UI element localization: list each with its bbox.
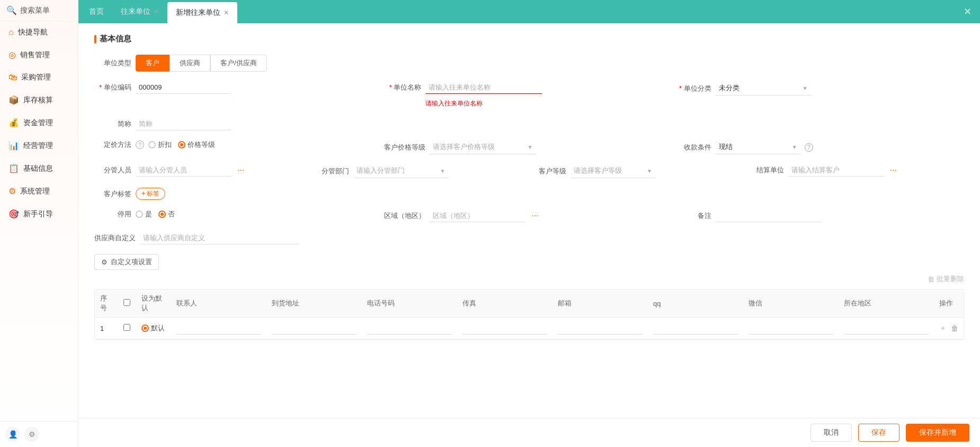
select-all-checkbox[interactable] (123, 299, 130, 306)
payment-help-icon[interactable]: ? (805, 143, 813, 152)
address-input[interactable] (272, 322, 357, 335)
payment-terms-group: 收款条件 现结 ▼ ? (674, 140, 964, 154)
table-region-input[interactable] (844, 322, 929, 335)
cell-checkbox (117, 318, 136, 339)
unit-name-group: 单位名称 请输入往来单位名称 (384, 81, 674, 108)
pricing-help-icon[interactable]: ? (136, 141, 144, 149)
col-fax: 传真 (457, 290, 553, 318)
department-select[interactable]: 请输入分管部门 ▼ (353, 164, 449, 178)
default-radio[interactable]: 默认 (141, 323, 166, 333)
tab-partner[interactable]: 往来单位 ✕ (112, 0, 167, 23)
cell-contact (171, 318, 266, 339)
region-more-btn[interactable]: ··· (531, 211, 538, 221)
customer-price-level-placeholder: 请选择客户价格等级 (433, 142, 495, 152)
unit-type-btn-customer[interactable]: 客户 (136, 55, 170, 72)
tag-row: 客户标签 + 标签 (94, 188, 964, 200)
sidebar-item-basic[interactable]: 📋 基础信息 (0, 157, 78, 180)
code-name-category-row: 单位编码 单位名称 请输入往来单位名称 单位分类 未分类 ▼ (94, 81, 964, 108)
cell-qq (648, 318, 743, 339)
manager-group: 分管人员 ··· (94, 164, 312, 177)
pricing-radio-discount[interactable]: 折扣 (148, 140, 172, 150)
region-group: 区域（地区） ··· (384, 209, 674, 222)
tab-partner-close[interactable]: ✕ (154, 8, 159, 15)
wechat-input[interactable] (749, 322, 833, 335)
sidebar-search[interactable]: 🔍 搜索菜单 (0, 0, 78, 21)
region-input[interactable] (430, 209, 525, 222)
unit-type-buttons: 客户 供应商 客户/供应商 (136, 55, 267, 72)
cell-action: ＋ 🗑 (934, 318, 964, 339)
disabled-radio-yes[interactable]: 是 (136, 209, 152, 219)
batch-delete-label[interactable]: 批量删除 (937, 274, 964, 284)
custom-settings-btn[interactable]: ⚙ 自定义项设置 (94, 254, 159, 270)
tag-group: 客户标签 + 标签 (94, 188, 964, 200)
sidebar-item-purchase[interactable]: 🛍 采购管理 (0, 66, 78, 89)
tab-new-partner[interactable]: 新增往来单位 ✕ (167, 2, 237, 23)
sidebar-item-sales[interactable]: ◎ 销售管理 (0, 43, 78, 66)
fax-input[interactable] (462, 322, 547, 335)
unit-type-btn-both[interactable]: 客户/供应商 (210, 55, 267, 72)
tab-bar: 首页 往来单位 ✕ 新增往来单位 ✕ ✕ (78, 0, 980, 23)
batch-delete-icon: 🗑 (928, 275, 934, 283)
bottom-bar: 取消 保存 保存并新增 (78, 418, 980, 447)
sidebar-item-inventory[interactable]: 📦 库存核算 (0, 89, 78, 111)
unit-category-select[interactable]: 未分类 ▼ (716, 81, 811, 95)
col-address: 到货地址 (266, 290, 362, 318)
unit-name-input[interactable] (425, 81, 542, 94)
remark-input[interactable] (716, 209, 822, 222)
sidebar-item-label: 采购管理 (21, 73, 51, 82)
add-tag-btn[interactable]: + 标签 (136, 188, 165, 200)
payment-terms-select[interactable]: 现结 ▼ (716, 140, 800, 154)
settings-btn-label: 自定义项设置 (111, 257, 152, 267)
settlement-label: 结算单位 (747, 165, 784, 175)
sidebar-user-btn[interactable]: 👤 (5, 427, 20, 442)
col-wechat: 微信 (743, 290, 839, 318)
save-new-button[interactable]: 保存并新增 (906, 424, 969, 442)
sidebar-item-label: 资金管理 (23, 118, 53, 128)
pricing-row: 定价方法 ? 折扣 价格等级 客户价格等级 请选择客户价格等级 (94, 140, 964, 154)
row-add-btn[interactable]: ＋ (939, 323, 947, 333)
tab-home[interactable]: 首页 (81, 0, 112, 23)
sidebar-item-operations[interactable]: 📊 经营管理 (0, 134, 78, 157)
pricing-method-group: 定价方法 ? 折扣 价格等级 (94, 140, 384, 150)
customer-level-select[interactable]: 请选择客户等级 ▼ (571, 164, 655, 178)
unit-type-btn-supplier[interactable]: 供应商 (170, 55, 210, 72)
col-contact: 联系人 (171, 290, 266, 318)
cell-email (553, 318, 648, 339)
cell-wechat (743, 318, 839, 339)
customer-price-level-select[interactable]: 请选择客户价格等级 ▼ (430, 140, 536, 154)
settlement-more-btn[interactable]: ··· (890, 165, 897, 175)
sidebar-item-guide[interactable]: 🎯 新手引导 (0, 203, 78, 225)
cancel-button[interactable]: 取消 (810, 424, 852, 442)
short-name-group: 简称 (94, 118, 964, 130)
supplier-custom-input[interactable] (140, 232, 299, 244)
disabled-label: 停用 (94, 209, 131, 219)
qq-input[interactable] (653, 322, 738, 335)
manager-input[interactable] (136, 164, 231, 177)
short-name-row: 简称 (94, 118, 964, 130)
settlement-input[interactable] (788, 164, 884, 177)
sidebar-item-quick-nav[interactable]: ⌂ 快捷导航 (0, 21, 78, 43)
section-title-text: 基本信息 (100, 34, 131, 44)
no-label: 否 (168, 209, 175, 219)
tab-new-partner-close[interactable]: ✕ (224, 9, 229, 16)
department-placeholder: 请输入分管部门 (357, 166, 405, 176)
sidebar-item-finance[interactable]: 💰 资金管理 (0, 111, 78, 134)
contact-input[interactable] (176, 322, 261, 335)
manager-more-btn[interactable]: ··· (237, 165, 244, 175)
email-input[interactable] (558, 322, 643, 335)
save-button[interactable]: 保存 (858, 424, 899, 442)
sidebar-item-label: 库存核算 (23, 95, 53, 105)
customer-level-placeholder: 请选择客户等级 (574, 166, 622, 176)
phone-input[interactable] (367, 322, 452, 335)
sidebar-settings-btn[interactable]: ⚙ (24, 427, 39, 442)
short-name-input[interactable] (136, 118, 231, 130)
row-checkbox[interactable] (123, 324, 130, 331)
sidebar-item-label: 基础信息 (23, 164, 53, 173)
inventory-icon: 📦 (8, 95, 19, 105)
unit-code-input[interactable] (136, 81, 231, 94)
row-delete-btn[interactable]: 🗑 (951, 324, 958, 332)
pricing-radio-level[interactable]: 价格等级 (178, 140, 215, 150)
sidebar-item-system[interactable]: ⚙ 系统管理 (0, 180, 78, 203)
disabled-radio-no[interactable]: 否 (158, 209, 175, 219)
close-all-tabs-btn[interactable]: ✕ (957, 6, 978, 17)
